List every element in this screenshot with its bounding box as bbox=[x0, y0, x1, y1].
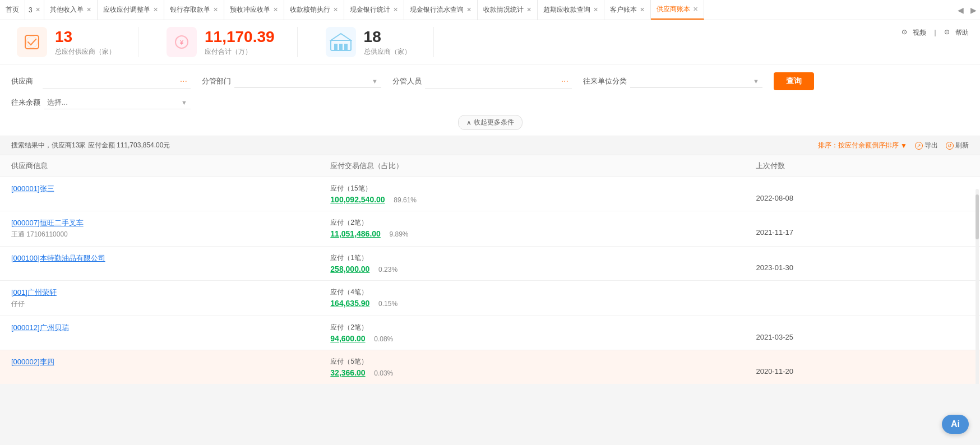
supplier-input-wrapper[interactable]: ··· bbox=[43, 74, 191, 89]
dept-input-wrapper[interactable]: ▼ bbox=[234, 75, 381, 88]
supplier-dots-btn[interactable]: ··· bbox=[180, 76, 187, 86]
supplier-cell-2: [000100]本特勤油品有限公司 bbox=[11, 253, 330, 263]
refresh-icon: ↺ bbox=[946, 142, 954, 150]
nav-tab-overdue-ar[interactable]: 超期应收款查询 ✕ bbox=[538, 0, 604, 20]
stat-ap-suppliers: 13 总应付供应商（家） bbox=[11, 27, 138, 57]
dept-input[interactable] bbox=[238, 77, 372, 85]
col-header-transaction: 应付交易信息（占比） bbox=[330, 161, 756, 171]
help-link[interactable]: 帮助 bbox=[955, 28, 969, 38]
supplier-link-0[interactable]: [000001]张三 bbox=[11, 184, 330, 194]
export-button[interactable]: ↗ 导出 bbox=[915, 141, 938, 150]
nav-tab-supplier-ledger[interactable]: 供应商账本 ✕ bbox=[651, 0, 704, 20]
trans-pct-0: 89.61% bbox=[394, 196, 417, 204]
transaction-cell-0: 应付（15笔） 100,092,540.00 89.61% bbox=[330, 184, 756, 204]
balance-input-wrapper[interactable]: ▼ bbox=[44, 96, 191, 109]
collapse-button[interactable]: ∧ 收起更多条件 bbox=[458, 115, 523, 130]
supplier-input[interactable] bbox=[46, 77, 180, 85]
trans-amount-1[interactable]: 11,051,486.00 bbox=[330, 229, 381, 238]
close-tab-overdue-ar[interactable]: ✕ bbox=[593, 6, 598, 13]
close-tab-bank-deposit[interactable]: ✕ bbox=[213, 6, 218, 13]
trans-amount-5[interactable]: 32,366.00 bbox=[330, 368, 365, 377]
supplier-link-5[interactable]: [000002]李四 bbox=[11, 357, 330, 367]
supplier-label: 供应商 bbox=[11, 76, 39, 86]
nav-tab-bank-deposit[interactable]: 银行存取款单 ✕ bbox=[164, 0, 224, 20]
last-pay-cell-1: 2021-11-17 bbox=[756, 218, 969, 237]
close-tab-other-income[interactable]: ✕ bbox=[86, 6, 91, 13]
stat-total-suppliers: 18 总供应商（家） bbox=[320, 27, 434, 57]
nav-arrow-right[interactable]: ▶ bbox=[967, 6, 980, 15]
supplier-link-4[interactable]: [000012]广州贝瑞 bbox=[11, 323, 330, 333]
nav-tab-customer-ledger[interactable]: 客户账本 ✕ bbox=[604, 0, 651, 20]
sort-icon: ▼ bbox=[900, 142, 907, 150]
nav-tab-cash-bank-stat[interactable]: 现金银行统计 ✕ bbox=[344, 0, 404, 20]
ap-total-info: 11,170.39 应付合计（万） bbox=[205, 27, 275, 57]
trans-label-1: 应付（2笔） bbox=[330, 218, 756, 228]
close-tab-3[interactable]: ✕ bbox=[35, 6, 40, 13]
close-tab-customer-ledger[interactable]: ✕ bbox=[640, 6, 645, 13]
scrollbar-track bbox=[976, 189, 979, 384]
unit-type-dropdown-icon[interactable]: ▼ bbox=[753, 78, 759, 85]
refresh-button[interactable]: ↺ 刷新 bbox=[946, 141, 969, 150]
nav-arrow-left[interactable]: ◀ bbox=[954, 6, 967, 15]
unit-type-input[interactable] bbox=[634, 77, 753, 85]
close-tab-cash-bank-stat[interactable]: ✕ bbox=[393, 6, 398, 13]
nav-tab-ar-ap-adjust[interactable]: 应收应付调整单 ✕ bbox=[98, 0, 164, 20]
close-tab-advance-receive[interactable]: ✕ bbox=[273, 6, 278, 13]
close-tab-receipt-stat[interactable]: ✕ bbox=[526, 6, 531, 13]
person-input-wrapper[interactable]: ··· bbox=[425, 74, 572, 89]
filter-unit-type: 往来单位分类 ▼ bbox=[583, 75, 762, 88]
nav-tab-receipt-verify[interactable]: 收款核销执行 ✕ bbox=[284, 0, 344, 20]
scrollbar-thumb[interactable] bbox=[976, 194, 979, 239]
ap-suppliers-label: 总应付供应商（家） bbox=[55, 47, 115, 57]
nav-tab-home[interactable]: 首页 bbox=[0, 0, 25, 20]
person-input[interactable] bbox=[428, 77, 561, 85]
table-header: 供应商信息 应付交易信息（占比） 上次付数 bbox=[0, 155, 980, 177]
transaction-cell-3: 应付（4笔） 164,635.90 0.15% bbox=[330, 288, 756, 308]
table-row: [000100]本特勤油品有限公司 应付（1笔） 258,000.00 0.23… bbox=[0, 247, 980, 281]
close-tab-cash-bank-flow[interactable]: ✕ bbox=[466, 6, 471, 13]
close-tab-receipt-verify[interactable]: ✕ bbox=[333, 6, 338, 13]
total-suppliers-num: 18 bbox=[364, 27, 411, 47]
trans-amount-2[interactable]: 258,000.00 bbox=[330, 265, 369, 274]
close-tab-ar-ap-adjust[interactable]: ✕ bbox=[153, 6, 158, 13]
person-dots-btn[interactable]: ··· bbox=[561, 76, 568, 86]
nav-tab-3[interactable]: 3 ✕ bbox=[25, 0, 44, 20]
balance-label: 往来余额 bbox=[11, 98, 40, 108]
trans-pct-5: 0.03% bbox=[374, 369, 393, 377]
search-button[interactable]: 查询 bbox=[774, 72, 814, 90]
supplier-link-3[interactable]: [001]广州荣轩 bbox=[11, 288, 330, 298]
dept-dropdown-icon[interactable]: ▼ bbox=[372, 78, 378, 85]
balance-dropdown-icon[interactable]: ▼ bbox=[181, 99, 187, 106]
export-label: 导出 bbox=[924, 141, 938, 150]
table-row: [000007]恒旺二手叉车 王通 17106110000 应付（2笔） 11,… bbox=[0, 211, 980, 247]
ap-suppliers-info: 13 总应付供应商（家） bbox=[55, 27, 115, 57]
col-header-supplier: 供应商信息 bbox=[11, 161, 330, 171]
nav-tab-receipt-stat[interactable]: 收款情况统计 ✕ bbox=[478, 0, 538, 20]
unit-type-input-wrapper[interactable]: ▼ bbox=[630, 75, 762, 88]
filter-row-1: 供应商 ··· 分管部门 ▼ 分管人员 ··· 往来单位分类 ▼ bbox=[11, 72, 969, 90]
trans-label-0: 应付（15笔） bbox=[330, 184, 756, 193]
trans-amount-3[interactable]: 164,635.90 bbox=[330, 299, 369, 308]
video-link[interactable]: 视频 bbox=[913, 28, 926, 38]
collapse-chevron-icon: ∧ bbox=[466, 119, 471, 127]
trans-amount-0[interactable]: 100,092,540.00 bbox=[330, 195, 385, 204]
sort-button[interactable]: 排序：按应付余额倒序排序 ▼ bbox=[818, 141, 907, 150]
close-tab-supplier-ledger[interactable]: ✕ bbox=[693, 6, 698, 13]
nav-tab-cash-bank-flow[interactable]: 现金银行流水查询 ✕ bbox=[404, 0, 478, 20]
supplier-link-2[interactable]: [000100]本特勤油品有限公司 bbox=[11, 253, 330, 263]
supplier-link-1[interactable]: [000007]恒旺二手叉车 bbox=[11, 218, 330, 228]
balance-input[interactable] bbox=[47, 98, 181, 106]
nav-tab-other-income[interactable]: 其他收入单 ✕ bbox=[44, 0, 98, 20]
filter-supplier: 供应商 ··· bbox=[11, 74, 191, 89]
nav-tab-advance-receive[interactable]: 预收冲应收单 ✕ bbox=[224, 0, 284, 20]
trans-label-3: 应付（4笔） bbox=[330, 288, 756, 297]
trans-amount-4[interactable]: 94,600.00 bbox=[330, 334, 365, 343]
trans-label-5: 应付（5笔） bbox=[330, 357, 756, 367]
help-icon: ⊙ bbox=[944, 28, 950, 38]
data-table: 供应商信息 应付交易信息（占比） 上次付数 [000001]张三 应付（15笔）… bbox=[0, 155, 980, 384]
collapse-label: 收起更多条件 bbox=[474, 118, 514, 127]
last-pay-cell-5: 2020-11-20 bbox=[756, 357, 969, 376]
table-row: [000002]李四 应付（5笔） 32,366.00 0.03% 2020-1… bbox=[0, 350, 980, 384]
trans-pct-2: 0.23% bbox=[378, 266, 397, 274]
last-pay-cell-4: 2021-03-25 bbox=[756, 323, 969, 341]
